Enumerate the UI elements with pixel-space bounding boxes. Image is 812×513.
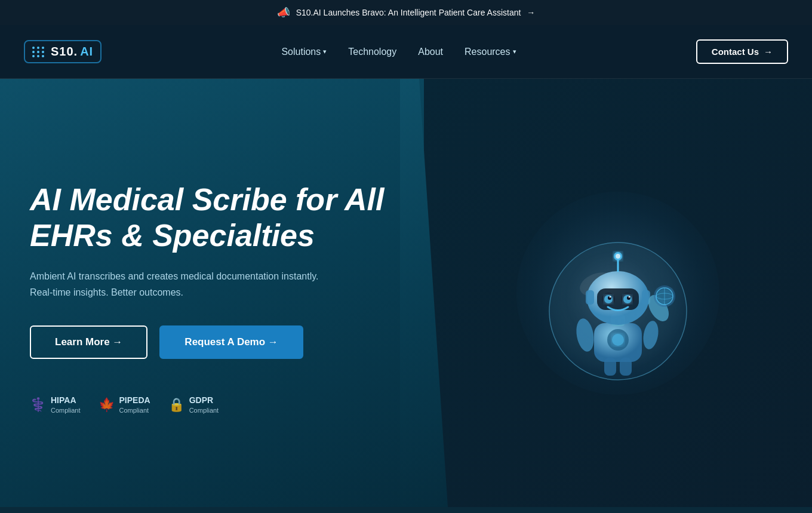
hero-subtitle: Ambient AI transcribes and creates medic… — [30, 268, 340, 300]
chevron-down-icon-resources: ▾ — [513, 48, 516, 56]
svg-rect-30 — [620, 358, 632, 376]
compliance-badges: ⚕️ HIPAA Compliant 🍁 PIPEDA Compliant 🔒 … — [30, 395, 394, 416]
nav-link-solutions[interactable]: Solutions ▾ — [281, 47, 327, 57]
nav-item-solutions[interactable]: Solutions ▾ — [281, 47, 327, 57]
nav-item-about[interactable]: About — [418, 47, 443, 57]
hero-buttons: Learn More → Request A Demo → — [30, 325, 394, 359]
svg-rect-21 — [586, 290, 594, 305]
announcement-text: S10.AI Launches Bravo: An Intelligent Pa… — [296, 8, 521, 17]
logo-dot-grid — [32, 47, 45, 57]
logo-text-s10: S10. — [51, 45, 78, 59]
hero-right-panel — [424, 79, 812, 507]
nav-item-technology[interactable]: Technology — [348, 47, 396, 57]
badge-gdpr: 🔒 GDPR Compliant — [168, 395, 219, 416]
announcement-bar: 📣 S10.AI Launches Bravo: An Intelligent … — [0, 0, 812, 25]
hero-section: AI Medical Scribe for All EHRs & Special… — [0, 79, 812, 507]
badge-pipeda: 🍁 PIPEDA Compliant — [99, 395, 150, 416]
chevron-down-icon: ▾ — [323, 48, 327, 56]
hero-left-panel: AI Medical Scribe for All EHRs & Special… — [0, 79, 424, 507]
robot-illustration — [522, 168, 713, 419]
logo[interactable]: S10.AI — [24, 40, 102, 63]
hero-title: AI Medical Scribe for All EHRs & Special… — [30, 182, 394, 254]
nav-links: Solutions ▾ Technology About Resources ▾ — [281, 47, 516, 57]
svg-point-16 — [610, 296, 611, 297]
nav-link-resources[interactable]: Resources ▾ — [465, 47, 516, 57]
badge-hipaa: ⚕️ HIPAA Compliant — [30, 395, 81, 416]
navbar: S10.AI Solutions ▾ Technology About Reso… — [0, 25, 812, 79]
announcement-link[interactable]: S10.AI Launches Bravo: An Intelligent Pa… — [296, 8, 536, 17]
learn-more-button[interactable]: Learn More → — [30, 325, 147, 359]
pipeda-icon: 🍁 — [99, 397, 115, 413]
svg-point-4 — [612, 334, 624, 346]
svg-point-20 — [616, 254, 620, 259]
logo-box: S10.AI — [24, 40, 102, 63]
request-demo-button[interactable]: Request A Demo → — [159, 325, 303, 359]
announcement-arrow: → — [527, 8, 535, 17]
contact-us-button[interactable]: Contact Us → — [696, 39, 788, 64]
logo-text-ai: AI — [80, 45, 93, 59]
svg-rect-29 — [604, 358, 616, 376]
nav-link-technology[interactable]: Technology — [348, 47, 396, 57]
megaphone-icon: 📣 — [277, 6, 290, 19]
svg-point-17 — [629, 296, 630, 297]
robot-svg — [540, 192, 696, 395]
hipaa-icon: ⚕️ — [30, 397, 46, 413]
nav-link-about[interactable]: About — [418, 47, 443, 57]
gdpr-icon: 🔒 — [168, 397, 184, 413]
nav-item-resources[interactable]: Resources ▾ — [465, 47, 516, 57]
